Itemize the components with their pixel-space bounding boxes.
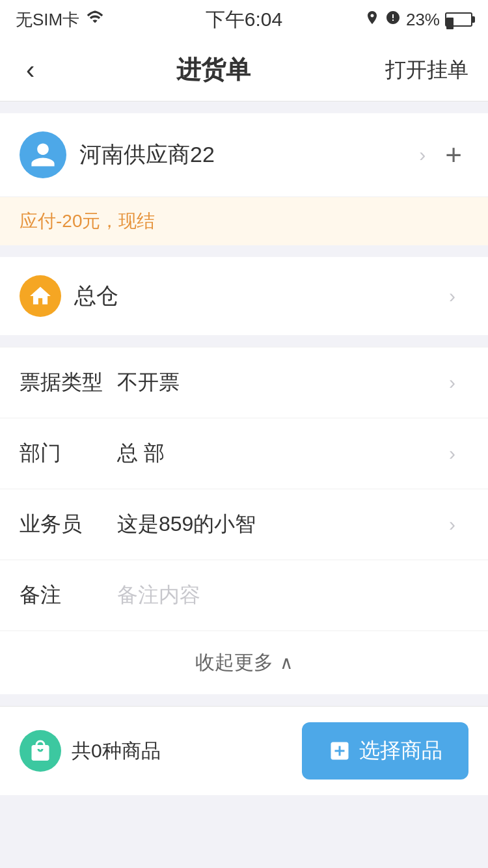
status-time: 下午6:04	[206, 7, 282, 33]
salesperson-label: 业务员	[20, 510, 104, 539]
collapse-button[interactable]: 收起更多 ∧	[0, 631, 488, 694]
invoice-type-value: 不开票	[104, 368, 449, 397]
collapse-arrow-icon: ∧	[280, 652, 293, 673]
add-product-icon	[328, 739, 351, 763]
department-label: 部门	[20, 439, 104, 468]
remark-input[interactable]: 备注内容	[104, 581, 468, 610]
department-value: 总 部	[104, 439, 449, 468]
status-bar: 无SIM卡 下午6:04 23%	[0, 0, 488, 39]
invoice-type-row[interactable]: 票据类型 不开票 ›	[0, 347, 488, 418]
salesperson-chevron-icon: ›	[449, 513, 455, 536]
status-right: 23%	[364, 10, 472, 30]
warehouse-chevron-icon: ›	[449, 285, 455, 307]
page-title: 进货单	[176, 53, 251, 87]
collapse-label: 收起更多	[195, 649, 273, 676]
warehouse-card[interactable]: 总仓 ›	[0, 257, 488, 335]
home-icon	[28, 284, 53, 308]
add-supplier-button[interactable]: +	[439, 139, 468, 171]
battery-icon	[445, 12, 472, 27]
invoice-type-label: 票据类型	[20, 368, 104, 397]
bottom-bar: 共0种商品 选择商品	[0, 706, 488, 795]
form-card: 票据类型 不开票 › 部门 总 部 › 业务员 这是859的小智 › 备注 备注…	[0, 347, 488, 694]
back-button[interactable]: ‹	[20, 49, 41, 91]
battery-label: 23%	[406, 10, 440, 30]
notice-banner: 应付-20元，现结	[0, 197, 488, 245]
select-product-button[interactable]: 选择商品	[302, 722, 468, 780]
salesperson-row[interactable]: 业务员 这是859的小智 ›	[0, 489, 488, 560]
select-product-label: 选择商品	[359, 737, 442, 765]
warehouse-name: 总仓	[74, 281, 449, 311]
department-chevron-icon: ›	[449, 442, 455, 465]
warehouse-icon	[20, 275, 61, 317]
supplier-row[interactable]: 河南供应商22 › +	[0, 113, 488, 197]
person-icon	[29, 141, 57, 169]
carrier-label: 无SIM卡	[16, 8, 79, 31]
supplier-chevron-icon: ›	[419, 144, 426, 166]
page-background	[0, 795, 488, 868]
section-gap-3	[0, 335, 488, 347]
warehouse-row[interactable]: 总仓 ›	[0, 257, 488, 335]
wifi-icon	[86, 8, 104, 31]
product-icon	[20, 730, 61, 772]
location-icon	[364, 10, 380, 30]
alarm-icon	[385, 10, 401, 30]
invoice-type-chevron-icon: ›	[449, 372, 455, 394]
section-gap-2	[0, 245, 488, 257]
notice-text: 应付-20元，现结	[20, 211, 155, 231]
remark-row[interactable]: 备注 备注内容	[0, 560, 488, 631]
open-pending-button[interactable]: 打开挂单	[385, 56, 468, 85]
salesperson-value: 这是859的小智	[104, 510, 449, 539]
department-row[interactable]: 部门 总 部 ›	[0, 418, 488, 489]
status-left: 无SIM卡	[16, 8, 104, 31]
product-count-area: 共0种商品	[20, 730, 161, 772]
remark-label: 备注	[20, 581, 104, 610]
section-gap-1	[0, 102, 488, 113]
nav-bar: ‹ 进货单 打开挂单	[0, 39, 488, 102]
product-count-text: 共0种商品	[72, 738, 161, 765]
supplier-card: 河南供应商22 › + 应付-20元，现结	[0, 113, 488, 245]
supplier-avatar	[20, 131, 66, 178]
shopping-bag-icon	[29, 739, 52, 763]
section-gap-4	[0, 694, 488, 706]
supplier-name: 河南供应商22	[79, 140, 419, 170]
